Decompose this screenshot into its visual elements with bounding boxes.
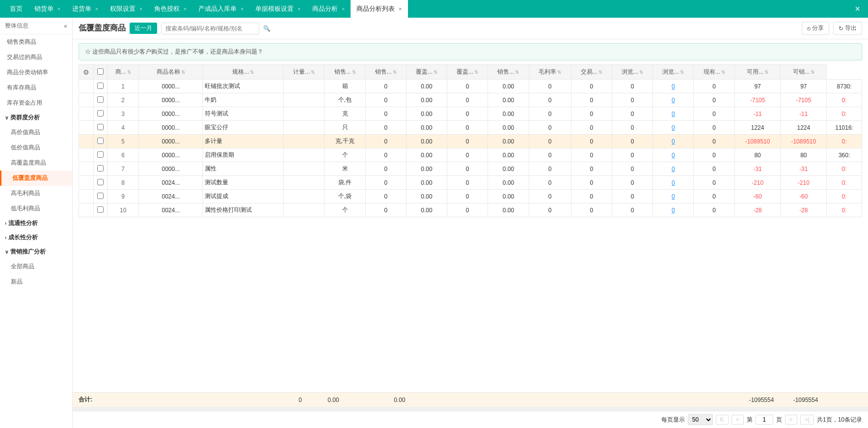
row-select-checkbox[interactable] [97,193,104,199]
next-page-button[interactable]: > [785,415,797,425]
period-button[interactable]: 近一月 [130,23,157,34]
row-select-checkbox[interactable] [97,179,104,185]
row-checkbox[interactable] [94,190,108,203]
column-settings-icon[interactable]: ⚙ [83,68,89,76]
nav-close-sales[interactable]: × [57,6,60,12]
nav-close-goods-list[interactable]: × [399,6,402,12]
nav-goods-analysis-list[interactable]: 商品分析列表 × [351,0,407,18]
sales-qty-col-header[interactable]: 销售...⇅ [325,65,365,80]
sidebar-item-high-value[interactable]: 高价值商品 [0,125,72,140]
sales-days-col-header[interactable]: 销售...⇅ [488,65,529,80]
search-input[interactable] [161,23,259,34]
nav-home[interactable]: 首页 [4,0,28,18]
page-number-input[interactable] [756,415,773,425]
nav-template-setting[interactable]: 单据模板设置 × [249,0,306,18]
export-button[interactable]: ↻ 导出 [833,22,862,35]
row-name[interactable]: 启用保质期 [203,148,284,162]
row-browse1[interactable]: 0 [653,176,694,190]
prev-page-button[interactable]: < [732,415,744,425]
sidebar-toggle[interactable]: 整体信息 « [0,18,72,34]
sidebar-section-marketing[interactable]: ∨ 营销推广分析 [0,245,72,259]
sidebar-item-sales-goods[interactable]: 销售类商品 [0,34,72,50]
row-checkbox[interactable] [94,93,108,107]
nav-close-goods-analysis[interactable]: × [342,6,345,12]
row-name[interactable]: 牛奶 [203,93,284,107]
nav-product-inbound[interactable]: 产成品入库单 × [192,0,249,18]
sidebar-item-category-rate[interactable]: 商品分类动销率 [0,65,72,80]
unit-col-header[interactable]: 计量...⇅ [284,65,325,80]
row-name[interactable]: 测试提成 [203,190,284,203]
sidebar-item-high-margin[interactable]: 高毛利商品 [0,186,72,201]
row-name[interactable]: 属性价格打印测试 [203,203,284,217]
browse1-col-header[interactable]: 浏览...⇅ [612,65,653,80]
row-settings[interactable] [79,80,94,93]
table-wrapper[interactable]: ⚙ 商...⇅ 商品名称⇅ 规格...⇅ 计量...⇅ 销售...⇅ 销售...… [73,64,868,392]
horizontal-scrollbar[interactable] [73,407,868,411]
row-browse1[interactable]: 0 [653,162,694,176]
nav-purchase-order[interactable]: 进货单 × [66,0,104,18]
sales-amt-col-header[interactable]: 销售...⇅ [365,65,406,80]
settings-col-header[interactable]: ⚙ [79,65,94,80]
share-button[interactable]: ⎋ 分享 [802,22,829,35]
first-page-button[interactable]: K [716,415,729,425]
sidebar-section-circulation[interactable]: › 流通性分析 [0,216,72,230]
row-browse1[interactable]: 0 [653,93,694,107]
sidebar-item-capital-usage[interactable]: 库存资金占用 [0,95,72,111]
row-name[interactable]: 测试数量 [203,176,284,190]
sidebar-item-stock-goods[interactable]: 有库存商品 [0,80,72,95]
window-close-button[interactable]: × [851,4,864,14]
row-browse1[interactable]: 0 [653,203,694,217]
row-browse1[interactable]: 0 [653,107,694,121]
row-settings[interactable] [79,203,94,217]
nav-close-inbound[interactable]: × [241,6,244,12]
row-name[interactable]: 旺铺批次测试 [203,80,284,93]
row-select-checkbox[interactable] [97,124,104,130]
nav-close-role[interactable]: × [184,6,187,12]
sidebar-item-new-goods[interactable]: 新品 [0,274,72,289]
sidebar-section-group-analysis[interactable]: ∨ 类群度分析 [0,111,72,125]
sidebar-item-low-margin[interactable]: 低毛利商品 [0,201,72,216]
row-checkbox[interactable] [94,107,108,121]
sidebar-collapse-icon[interactable]: « [64,23,67,29]
row-checkbox[interactable] [94,135,108,148]
row-select-checkbox[interactable] [97,151,104,158]
row-select-checkbox[interactable] [97,96,104,103]
code-col-header[interactable]: 商...⇅ [108,65,139,80]
search-icon[interactable]: 🔍 [263,25,271,32]
sidebar-item-traded-goods[interactable]: 交易过的商品 [0,50,72,65]
row-select-checkbox[interactable] [97,83,104,89]
sidebar-item-low-value[interactable]: 低价值商品 [0,140,72,155]
stock-col-header[interactable]: 现有...⇅ [694,65,734,80]
nav-close-template[interactable]: × [298,6,300,12]
row-browse1[interactable]: 0 [653,190,694,203]
sidebar-item-low-coverage[interactable]: 低覆盖度商品 [0,171,72,186]
cov1-col-header[interactable]: 覆盖...⇅ [406,65,447,80]
select-all-checkbox[interactable] [97,68,104,75]
last-page-button[interactable]: >| [800,415,814,425]
row-name[interactable]: 符号测试 [203,107,284,121]
trans-col-header[interactable]: 交易...⇅ [571,65,612,80]
nav-close-purchase[interactable]: × [95,6,98,12]
row-settings[interactable] [79,162,94,176]
nav-close-permission[interactable]: × [139,6,142,12]
nav-permission-setting[interactable]: 权限设置 × [104,0,148,18]
row-settings[interactable] [79,121,94,135]
row-browse1[interactable]: 0 [653,121,694,135]
row-select-checkbox[interactable] [97,138,104,144]
row-browse1[interactable]: 0 [653,148,694,162]
row-name[interactable]: 多计量 [203,135,284,148]
sidebar-item-all-goods[interactable]: 全部商品 [0,259,72,274]
row-settings[interactable] [79,190,94,203]
sidebar-section-growth[interactable]: › 成长性分析 [0,230,72,245]
row-settings[interactable] [79,93,94,107]
row-select-checkbox[interactable] [97,206,104,213]
row-settings[interactable] [79,135,94,148]
row-checkbox[interactable] [94,121,108,135]
gross-rate-col-header[interactable]: 毛利率⇅ [529,65,571,80]
sellable-col-header[interactable]: 可销...⇅ [781,65,827,80]
sidebar-item-high-coverage[interactable]: 高覆盖度商品 [0,155,72,171]
row-name[interactable]: 属性 [203,162,284,176]
row-checkbox[interactable] [94,162,108,176]
row-select-checkbox[interactable] [97,165,104,171]
row-checkbox[interactable] [94,148,108,162]
